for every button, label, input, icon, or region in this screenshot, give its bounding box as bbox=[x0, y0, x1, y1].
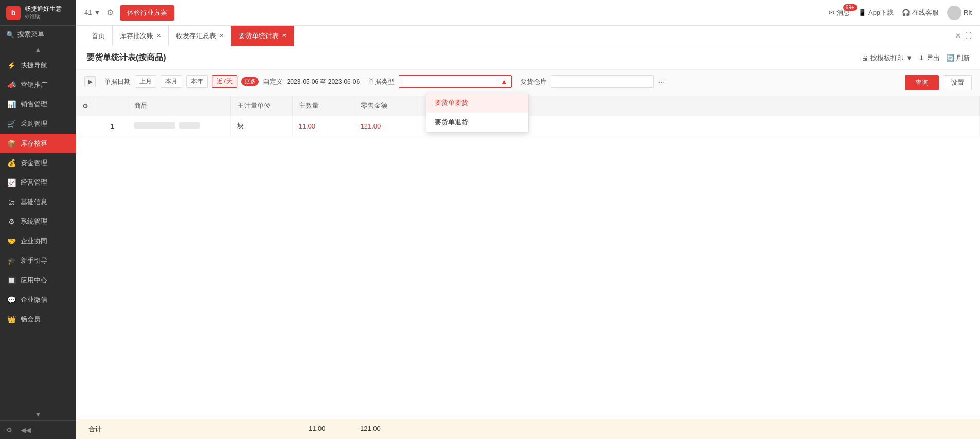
sidebar-item-finance[interactable]: 💰 资金管理 bbox=[0, 153, 76, 173]
date-this-year-btn[interactable]: 本年 bbox=[186, 75, 208, 88]
sidebar-item-system[interactable]: ⚙ 系统管理 bbox=[0, 212, 76, 231]
topbar-gear-icon[interactable]: ⚙ bbox=[106, 8, 114, 17]
user-avatar[interactable]: Rit bbox=[947, 6, 972, 20]
date-custom-label[interactable]: 自定义 bbox=[263, 77, 283, 86]
window-maximize-icon[interactable]: ⛶ bbox=[965, 32, 972, 40]
system-icon: ⚙ bbox=[6, 217, 16, 226]
tab-shipping-summary-label: 收发存汇总表 bbox=[176, 31, 216, 41]
date-filter-label: 单据日期 bbox=[104, 77, 131, 86]
warehouse-filter-label: 要货仓库 bbox=[520, 77, 547, 86]
logo-title: 畅捷通好生意 bbox=[25, 5, 62, 13]
window-close-icon[interactable]: ✕ bbox=[955, 32, 961, 40]
sidebar-item-membership[interactable]: 👑 畅会员 bbox=[0, 309, 76, 329]
type-dropdown-arrow[interactable]: ▲ bbox=[501, 78, 507, 85]
search-label: 搜索菜单 bbox=[17, 30, 44, 39]
warehouse-input-field[interactable] bbox=[551, 75, 654, 88]
app-download-btn[interactable]: 📱 App下载 bbox=[858, 8, 894, 17]
sidebar-bottom: ⚙ ◀◀ bbox=[0, 420, 76, 439]
print-dropdown-icon: ▼ bbox=[906, 54, 913, 62]
settings-btn[interactable]: 设置 bbox=[943, 75, 972, 90]
tab-shipping-summary-close[interactable]: ✕ bbox=[219, 32, 224, 39]
online-service-btn[interactable]: 🎧 在线客服 bbox=[902, 8, 939, 17]
warehouse-more-btn[interactable]: ··· bbox=[658, 78, 665, 87]
quick-nav-icon: ⚡ bbox=[6, 61, 16, 69]
table-footer: 合计 11.00 121.00 bbox=[76, 419, 980, 439]
sidebar-item-label: 畅会员 bbox=[21, 315, 41, 324]
col-unit: 主计量单位 bbox=[230, 96, 292, 116]
type-input-field[interactable] bbox=[403, 78, 496, 85]
col-product: 商品 bbox=[128, 96, 230, 116]
date-more-badge[interactable]: 更多 bbox=[241, 77, 259, 86]
sidebar: b 畅捷通好生意 标准版 🔍 搜索菜单 ▲ ⚡ 快捷导航 📣 营销推广 📊 销售… bbox=[0, 0, 76, 439]
tab-requisition-stats[interactable]: 要货单统计表 ✕ bbox=[231, 26, 294, 46]
sidebar-item-cooperation[interactable]: 🤝 企业协同 bbox=[0, 231, 76, 251]
user-name: Rit bbox=[964, 9, 972, 16]
trial-btn[interactable]: 体验行业方案 bbox=[120, 5, 174, 21]
footer-label: 合计 bbox=[82, 425, 309, 434]
sidebar-item-base-info[interactable]: 🗂 基础信息 bbox=[0, 192, 76, 212]
date-last-7days-btn[interactable]: 近7天 bbox=[212, 75, 237, 88]
sidebar-item-marketing[interactable]: 📣 营销推广 bbox=[0, 75, 76, 95]
operation-icon: 📈 bbox=[6, 178, 16, 187]
sidebar-item-quick-nav[interactable]: ⚡ 快捷导航 bbox=[0, 56, 76, 75]
refresh-icon: 🔄 bbox=[946, 54, 954, 62]
refresh-btn[interactable]: 🔄 刷新 bbox=[946, 53, 970, 63]
product-placeholder2 bbox=[179, 122, 200, 129]
sidebar-item-sales[interactable]: 📊 销售管理 bbox=[0, 95, 76, 114]
sidebar-item-label: 应用中心 bbox=[21, 276, 47, 285]
cooperation-icon: 🤝 bbox=[6, 237, 16, 245]
print-btn[interactable]: 🖨 按模板打印 ▼ bbox=[862, 53, 913, 63]
tab-shipping-summary[interactable]: 收发存汇总表 ✕ bbox=[169, 26, 231, 46]
col-settings[interactable]: ⚙ bbox=[76, 96, 97, 116]
date-this-month-btn[interactable]: 本月 bbox=[161, 75, 182, 88]
sidebar-item-label: 营销推广 bbox=[21, 80, 47, 89]
tab-batch-inventory[interactable]: 库存批次账 ✕ bbox=[113, 26, 169, 46]
sidebar-scroll-up[interactable]: ▲ bbox=[0, 43, 76, 56]
qty-link[interactable]: 11.00 bbox=[299, 122, 316, 130]
dropdown-item-requisition-return[interactable]: 要货单退货 bbox=[426, 113, 528, 132]
export-icon: ⬇ bbox=[919, 54, 924, 62]
export-btn[interactable]: ⬇ 导出 bbox=[919, 53, 940, 63]
page-header-actions: 🖨 按模板打印 ▼ ⬇ 导出 🔄 刷新 bbox=[862, 53, 970, 63]
filter-expand-btn[interactable]: ▶ bbox=[84, 76, 96, 87]
tab-requisition-stats-close[interactable]: ✕ bbox=[282, 32, 287, 39]
sidebar-item-label: 系统管理 bbox=[21, 217, 47, 226]
tabs-bar: 首页 库存批次账 ✕ 收发存汇总表 ✕ 要货单统计表 ✕ ✕ ⛶ bbox=[76, 26, 980, 46]
sidebar-item-app-center[interactable]: 🔲 应用中心 bbox=[0, 270, 76, 290]
settings-icon[interactable]: ⚙ bbox=[6, 426, 12, 434]
online-service-label: 在线客服 bbox=[912, 8, 939, 17]
messages-btn[interactable]: ✉ 消息 99+ bbox=[829, 8, 850, 17]
sidebar-item-label: 经营管理 bbox=[21, 178, 47, 187]
sidebar-search[interactable]: 🔍 搜索菜单 bbox=[0, 26, 76, 43]
sidebar-item-label: 销售管理 bbox=[21, 100, 47, 109]
cell-settings bbox=[76, 116, 97, 136]
sidebar-item-inventory[interactable]: 📦 库存核算 bbox=[0, 134, 76, 153]
sidebar-scroll-down[interactable]: ▼ bbox=[0, 408, 76, 420]
col-index bbox=[97, 96, 128, 116]
warehouse-filter-group: 要货仓库 ··· bbox=[520, 75, 665, 88]
message-icon: ✉ bbox=[829, 9, 834, 16]
cell-qty: 11.00 bbox=[292, 116, 354, 136]
query-btn[interactable]: 查询 bbox=[905, 75, 939, 90]
dropdown-item-requisition-order[interactable]: 要货单要货 bbox=[426, 93, 528, 113]
sidebar-item-purchase[interactable]: 🛒 采购管理 bbox=[0, 114, 76, 134]
sidebar-item-label: 库存核算 bbox=[21, 139, 47, 148]
tab-home[interactable]: 首页 bbox=[84, 26, 113, 46]
amount-link[interactable]: 121.00 bbox=[361, 122, 381, 130]
tab-batch-inventory-close[interactable]: ✕ bbox=[156, 32, 161, 39]
collapse-icon[interactable]: ◀◀ bbox=[21, 426, 31, 434]
page-header: 要货单统计表(按商品) 🖨 按模板打印 ▼ ⬇ 导出 🔄 刷新 bbox=[76, 46, 980, 70]
window-controls: ✕ ⛶ bbox=[955, 32, 972, 40]
sidebar-logo: b 畅捷通好生意 标准版 bbox=[0, 0, 76, 26]
sidebar-item-label: 新手引导 bbox=[21, 256, 47, 265]
type-filter-input[interactable]: ▲ bbox=[399, 75, 512, 88]
filter-action-btns: 查询 设置 bbox=[905, 75, 972, 90]
sidebar-item-operation[interactable]: 📈 经营管理 bbox=[0, 173, 76, 192]
base-info-icon: 🗂 bbox=[6, 198, 16, 206]
breadcrumb: 41 ▼ bbox=[84, 9, 100, 16]
sidebar-item-guide[interactable]: 🎓 新手引导 bbox=[0, 251, 76, 270]
avatar-icon bbox=[947, 6, 961, 20]
sidebar-item-label: 基础信息 bbox=[21, 197, 47, 207]
sidebar-item-enterprise-wx[interactable]: 💬 企业微信 bbox=[0, 290, 76, 309]
date-last-month-btn[interactable]: 上月 bbox=[135, 75, 156, 88]
